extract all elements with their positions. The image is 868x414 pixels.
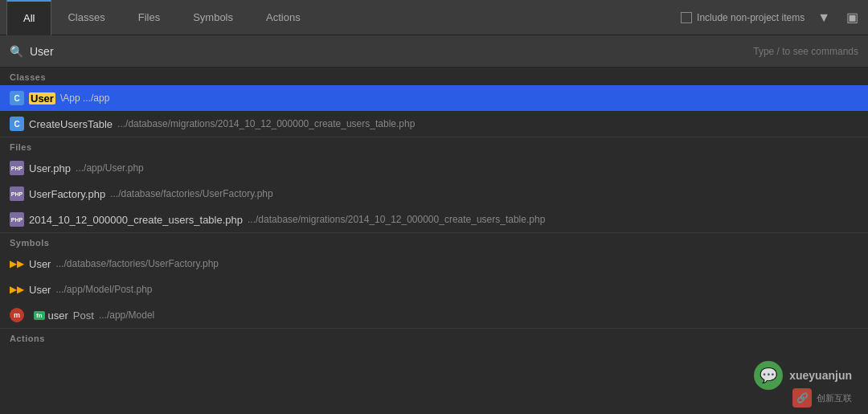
include-non-project-label: Include non-project items [697, 12, 805, 23]
class-icon-createuserstable: C [10, 117, 24, 131]
view-icon[interactable]: ▣ [843, 8, 862, 27]
tab-classes[interactable]: Classes [51, 0, 121, 35]
symbol-label-green: fn [34, 311, 45, 320]
tab-actions[interactable]: Actions [250, 0, 317, 35]
class-result-createuserstable[interactable]: C CreateUsersTable .../database/migratio… [0, 111, 868, 137]
tab-symbols[interactable]: Symbols [177, 0, 250, 35]
highlight-user: User [29, 92, 55, 105]
include-non-project-checkbox[interactable]: Include non-project items [681, 12, 805, 23]
checkbox-box [681, 12, 692, 23]
file-path-userfactoryphp: .../database/factories/UserFactory.php [110, 188, 273, 199]
symbol-path-user3: .../app/Model [99, 309, 154, 321]
symbol-result-user-factory[interactable]: ▶▶ User .../database/factories/UserFacto… [0, 251, 868, 277]
search-icon: 🔍 [10, 45, 23, 58]
watermark-icon: 💬 [754, 361, 783, 390]
file-path-userphp: .../app/User.php [76, 162, 144, 174]
search-query[interactable]: User [30, 45, 753, 58]
file-icon-userfactoryphp: PHP [10, 187, 24, 201]
symbol-result-user-model[interactable]: m fn user Post .../app/Model [0, 302, 868, 328]
section-files: Files [0, 137, 868, 155]
class-path-createuserstable: .../database/migrations/2014_10_12_00000… [117, 118, 415, 129]
class-result-user[interactable]: C User \App .../app [0, 85, 868, 111]
file-icon-userphp: PHP [10, 161, 24, 175]
file-name-userphp: User.php [29, 162, 71, 174]
symbol-name-user1: User [29, 258, 51, 270]
tab-all[interactable]: All [6, 0, 51, 35]
symbol-name-user3: user [48, 309, 68, 322]
symbol-icon-1: ▶▶ [10, 258, 24, 269]
search-hint: Type / to see commands [753, 46, 858, 57]
section-actions: Actions [0, 329, 868, 346]
section-symbols: Symbols [0, 233, 868, 251]
symbol-extra-post: Post [73, 309, 94, 322]
symbol-path-user2: .../app/Model/Post.php [55, 284, 152, 295]
tab-right-controls: Include non-project items ▼ ▣ [681, 8, 862, 27]
search-bar: 🔍 User Type / to see commands [0, 35, 868, 68]
section-classes: Classes [0, 68, 868, 85]
results-content: Classes C User \App .../app C CreateUser… [0, 68, 868, 414]
file-path-migration: .../database/migrations/2014_10_12_00000… [248, 214, 545, 225]
filter-icon[interactable]: ▼ [814, 9, 833, 27]
tab-bar: All Classes Files Symbols Actions Includ… [0, 0, 868, 35]
file-result-migration[interactable]: PHP 2014_10_12_000000_create_users_table… [0, 207, 868, 232]
class-name-createuserstable: CreateUsersTable [29, 118, 113, 130]
tab-files[interactable]: Files [122, 0, 177, 35]
watermark: 💬 xueyuanjun [754, 361, 852, 390]
class-icon-user: C [10, 91, 24, 105]
class-path-user: \App .../app [60, 92, 109, 104]
class-name-user: User [29, 92, 55, 105]
symbol-icon-2: ▶▶ [10, 284, 24, 295]
file-name-userfactoryphp: UserFactory.php [29, 188, 105, 200]
watermark2: 🔗 创新互联 [792, 388, 852, 408]
watermark2-text: 创新互联 [817, 392, 852, 404]
symbol-name-user2: User [29, 284, 51, 296]
file-result-userfactoryphp[interactable]: PHP UserFactory.php .../database/factori… [0, 181, 868, 207]
file-icon-migration: PHP [10, 212, 24, 227]
symbol-path-user1: .../database/factories/UserFactory.php [55, 258, 219, 269]
watermark-text: xueyuanjun [789, 369, 852, 382]
watermark2-icon: 🔗 [792, 388, 812, 408]
symbol-icon-m: m [10, 308, 24, 322]
file-name-migration: 2014_10_12_000000_create_users_table.php [29, 214, 243, 226]
file-result-userphp[interactable]: PHP User.php .../app/User.php [0, 155, 868, 181]
symbol-result-user-post[interactable]: ▶▶ User .../app/Model/Post.php [0, 277, 868, 302]
